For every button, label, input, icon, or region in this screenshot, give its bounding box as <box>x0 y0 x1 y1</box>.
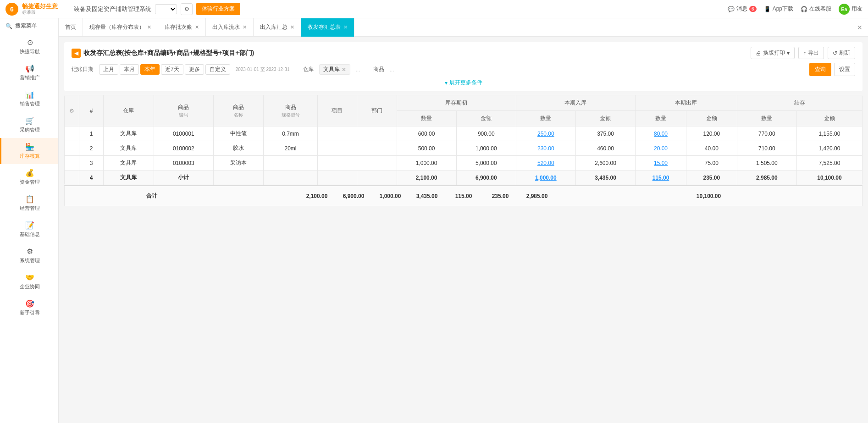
system-label: 系统管理 <box>20 257 40 264</box>
print-icon: 🖨 <box>756 50 761 56</box>
tab-close-inout-flow[interactable]: ✕ <box>243 24 247 30</box>
row-balance-qty-2: 1,505.00 <box>737 156 796 170</box>
expand-button[interactable]: ▾ 展开更多条件 <box>445 79 482 87</box>
goods-more[interactable]: ... <box>390 66 394 73</box>
date-btn-this-month[interactable]: 本月 <box>120 64 139 75</box>
tab-inout-summary[interactable]: 出入库汇总✕ <box>254 18 301 37</box>
data-table: ⚙ # 仓库 商品编码 商品名称 商品规格型号 项目 部门 库存期初 本期入库 <box>64 95 862 185</box>
collapse-btn[interactable]: ◀ <box>72 49 81 58</box>
purchase-label: 采购管理 <box>20 126 40 133</box>
date-btn-7days[interactable]: 近7天 <box>161 64 183 75</box>
sidebar-item-sales[interactable]: 📊 销售管理 <box>0 86 58 112</box>
sidebar-item-marketing[interactable]: 📢 营销推广 <box>0 60 58 86</box>
app-download-item[interactable]: 📱 App下载 <box>764 5 793 13</box>
row-warehouse-0: 文具库 <box>104 126 154 141</box>
row-outbound-qty-2[interactable]: 15.00 <box>636 156 686 170</box>
sidebar-item-enterprise[interactable]: 🤝 企业协同 <box>0 269 58 295</box>
subtotal-inbound-amount: 3,435.00 <box>575 170 635 185</box>
query-button[interactable]: 查询 <box>809 63 831 76</box>
sales-label: 销售管理 <box>20 100 40 107</box>
tab-receive-summary[interactable]: 收发存汇总表✕ <box>301 18 354 37</box>
setting-button[interactable]: 设置 <box>834 63 855 76</box>
sidebar-item-quick-nav[interactable]: ⊙ 快捷导航 <box>0 33 58 60</box>
row-num-2: 3 <box>79 156 104 170</box>
total-opening-qty: 2,100.00 <box>299 189 335 203</box>
row-outbound-qty-0[interactable]: 80.00 <box>636 126 686 141</box>
basic-info-icon: 📝 <box>25 221 34 230</box>
tab-batch[interactable]: 库存批次账✕ <box>158 18 206 37</box>
export-button[interactable]: ↑ 导出 <box>798 47 824 59</box>
row-inbound-qty-2[interactable]: 520.00 <box>516 156 575 170</box>
row-product-code-1: 0100002 <box>154 141 213 156</box>
app-download-label: App下载 <box>773 5 793 13</box>
subtotal-opening-qty: 2,100.00 <box>397 170 456 185</box>
tab-home[interactable]: 首页 <box>59 18 83 37</box>
tab-bar-close-icon[interactable]: ✕ <box>851 24 868 31</box>
col-outbound-header: 本期出库 <box>636 95 737 111</box>
sidebar-item-basic-info[interactable]: 📝 基础信息 <box>0 216 58 242</box>
col-balance-amount-header: 金额 <box>796 111 862 126</box>
table-row: 3 文具库 0100003 采访本 1,000.00 5,000.00 520.… <box>65 156 862 170</box>
system-select[interactable] <box>155 4 177 14</box>
sidebar-item-operation[interactable]: 📋 经营管理 <box>0 190 58 216</box>
trial-button[interactable]: 体验行业方案 <box>196 3 240 15</box>
sidebar: 🔍 搜索菜单 ⊙ 快捷导航 📢 营销推广 📊 销售管理 🛒 采购管理 🏪 库存核… <box>0 18 59 423</box>
row-balance-amount-2: 7,525.00 <box>796 156 862 170</box>
date-btn-this-year[interactable]: 本年 <box>140 64 160 75</box>
tab-inout-flow[interactable]: 出入库流水✕ <box>206 18 254 37</box>
refresh-button[interactable]: ↺ 刷新 <box>828 47 855 59</box>
sidebar-item-finance[interactable]: 💰 资金管理 <box>0 164 58 190</box>
system-icon: ⚙ <box>27 247 33 256</box>
row-department-0 <box>357 126 397 141</box>
row-warehouse-2: 文具库 <box>104 156 154 170</box>
col-inbound-header: 本期入库 <box>516 95 635 111</box>
row-product-code-2: 0100003 <box>154 156 213 170</box>
row-inbound-amount-0: 375.00 <box>575 126 635 141</box>
sidebar-item-system[interactable]: ⚙ 系统管理 <box>0 242 58 269</box>
finance-label: 资金管理 <box>20 179 40 186</box>
search-menu-item[interactable]: 🔍 搜索菜单 <box>0 18 58 33</box>
sidebar-item-newbie[interactable]: 🎯 新手引导 <box>0 295 58 321</box>
subtotal-label: 小计 <box>154 170 213 185</box>
tab-close-batch[interactable]: ✕ <box>195 24 199 30</box>
subtotal-warehouse: 文具库 <box>104 170 154 185</box>
tab-inventory-dist[interactable]: 现存量（库存分布表）✕ <box>83 18 158 37</box>
subtotal-balance-qty: 2,985.00 <box>737 170 796 185</box>
col-settings-header[interactable]: ⚙ <box>65 95 79 126</box>
total-row: 合计 2,100.00 6,900.00 1,000.00 3,435.00 1… <box>65 189 862 203</box>
tab-close-inventory-dist[interactable]: ✕ <box>147 24 151 30</box>
date-btn-custom[interactable]: 自定义 <box>205 64 230 75</box>
subtotal-inbound-qty: 1,000.00 <box>516 170 575 185</box>
marketing-label: 营销推广 <box>20 74 40 81</box>
notification-item[interactable]: 💬 消息 6 <box>728 5 757 13</box>
row-product-name-0: 中性笔 <box>213 126 264 141</box>
tab-close-inout-summary[interactable]: ✕ <box>290 24 294 30</box>
date-range-text: 2023-01-01 至 2023-12-31 <box>236 66 290 73</box>
warehouse-tag-close[interactable]: ✕ <box>342 66 346 73</box>
filter-row: 记账日期 上月 本月 本年 近7天 更多 自定义 2023-01-01 至 20… <box>72 63 855 76</box>
user-name-label: 用友 <box>851 5 862 13</box>
total-label: 合计 <box>133 189 170 203</box>
row-opening-qty-2: 1,000.00 <box>397 156 456 170</box>
top-bar: 6 畅捷通好生意 标准版 | 装备及固定资产辅助管理系统 ⚙ 体验行业方案 💬 … <box>0 0 868 18</box>
search-menu-label: 搜索菜单 <box>15 22 37 30</box>
warehouse-more[interactable]: ... <box>356 66 360 73</box>
date-btn-last-month[interactable]: 上月 <box>99 64 118 75</box>
date-btn-more[interactable]: 更多 <box>185 64 204 75</box>
row-inbound-qty-0[interactable]: 250.00 <box>516 126 575 141</box>
print-button[interactable]: 🖨 换版打印 ▾ <box>751 47 795 59</box>
phone-icon: 📱 <box>764 6 771 12</box>
tab-close-receive-summary[interactable]: ✕ <box>343 24 348 30</box>
row-outbound-qty-1[interactable]: 20.00 <box>636 141 686 156</box>
settings-icon[interactable]: ⚙ <box>181 3 193 15</box>
total-opening-amount: 6,900.00 <box>335 189 372 203</box>
row-balance-amount-0: 1,155.00 <box>796 126 862 141</box>
user-item[interactable]: Ea 用友 <box>839 4 862 15</box>
sidebar-item-purchase[interactable]: 🛒 采购管理 <box>0 112 58 138</box>
table-wrapper: ⚙ # 仓库 商品编码 商品名称 商品规格型号 项目 部门 库存期初 本期入库 <box>64 95 862 185</box>
row-department-2 <box>357 156 397 170</box>
row-inbound-qty-1[interactable]: 230.00 <box>516 141 575 156</box>
subtotal-outbound-qty: 115.00 <box>636 170 686 185</box>
sidebar-item-inventory[interactable]: 🏪 库存核算 <box>0 138 58 164</box>
online-service-item[interactable]: 🎧 在线客服 <box>801 5 831 13</box>
